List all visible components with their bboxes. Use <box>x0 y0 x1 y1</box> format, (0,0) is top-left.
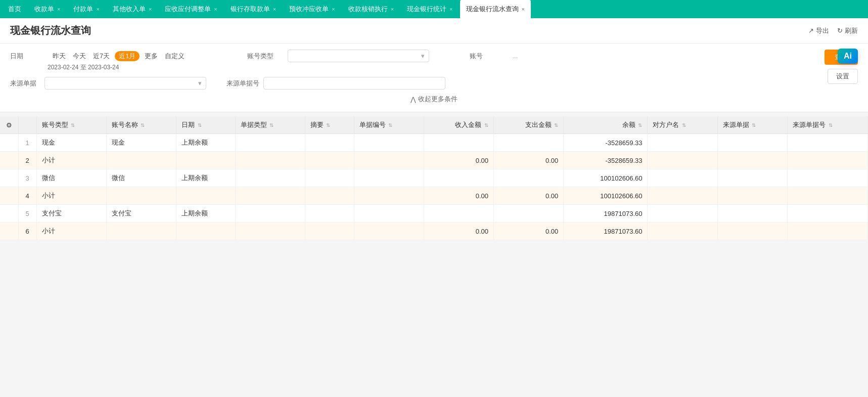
nav-home[interactable]: 首页 <box>2 0 27 18</box>
row-doc-type <box>235 134 305 152</box>
row-account-type: 小计 <box>36 187 106 205</box>
row-account-type: 小计 <box>36 152 106 169</box>
nav-cash-stats-close[interactable]: × <box>449 6 452 12</box>
row-balance: -3528659.33 <box>564 152 648 169</box>
row-source-doc-no <box>787 187 867 205</box>
nav-payment-close[interactable]: × <box>96 6 99 12</box>
nav-other-income[interactable]: 其他收入单 × <box>107 0 158 18</box>
source-doc-select[interactable]: ▾ <box>44 77 206 90</box>
nav-bank-deposit[interactable]: 银行存取款单 × <box>224 0 282 18</box>
nav-payment[interactable]: 付款单 × <box>67 0 105 18</box>
account-type-select[interactable]: ▾ <box>288 50 429 62</box>
doc-no-column-header[interactable]: 单据编号 ⇅ <box>354 116 424 134</box>
date-btn-1month[interactable]: 近1月 <box>115 51 140 61</box>
row-checkbox <box>0 169 18 187</box>
row-balance: 19871073.60 <box>564 205 648 223</box>
source-doc-column-header[interactable]: 来源单据 ⇅ <box>717 116 787 134</box>
row-source-doc-no <box>787 169 867 187</box>
counterparty-sort-icon: ⇅ <box>682 122 686 128</box>
row-balance: 19871073.60 <box>564 223 648 240</box>
nav-receipt-close[interactable]: × <box>57 6 60 12</box>
account-name-column-header[interactable]: 账号名称 ⇅ <box>106 116 176 134</box>
income-sort-icon: ⇅ <box>484 122 488 128</box>
nav-adjustment[interactable]: 应收应付调整单 × <box>159 0 223 18</box>
nav-cash-flow-query[interactable]: 现金银行流水查询 × <box>460 0 531 18</box>
nav-cash-stats[interactable]: 现金银行统计 × <box>401 0 459 18</box>
source-doc-no-input[interactable] <box>263 77 445 90</box>
row-date: 上期余额 <box>176 169 236 187</box>
summary-column-header[interactable]: 摘要 ⇅ <box>305 116 354 134</box>
nav-advance-offset[interactable]: 预收冲应收单 × <box>283 0 341 18</box>
date-btn-today[interactable]: 今天 <box>71 51 88 61</box>
row-num: 1 <box>18 134 36 152</box>
doc-no-sort-icon: ⇅ <box>388 122 392 128</box>
row-source-doc <box>717 134 787 152</box>
date-label: 日期 <box>10 52 40 61</box>
row-income <box>424 134 493 152</box>
row-doc-no <box>354 134 424 152</box>
row-counterparty <box>648 187 717 205</box>
nav-cash-flow-close[interactable]: × <box>522 6 525 12</box>
row-expense <box>494 169 564 187</box>
settings-button[interactable]: 设置 <box>828 69 858 84</box>
source-doc-sort-icon: ⇅ <box>752 122 756 128</box>
source-doc-arrow-icon: ▾ <box>198 79 202 87</box>
row-account-name: 支付宝 <box>106 205 176 223</box>
source-doc-no-column-header[interactable]: 来源单据号 ⇅ <box>787 116 867 134</box>
expense-column-header[interactable]: 支出金额 ⇅ <box>494 116 564 134</box>
row-account-name <box>106 187 176 205</box>
date-btn-more[interactable]: 更多 <box>143 51 160 61</box>
row-source-doc <box>717 152 787 169</box>
balance-column-header[interactable]: 余额 ⇅ <box>564 116 648 134</box>
row-expense: 0.00 <box>494 152 564 169</box>
row-balance: 100102606.60 <box>564 169 648 187</box>
source-filter-row: 来源单据 ▾ 来源单据号 <box>10 77 814 90</box>
expense-sort-icon: ⇅ <box>554 122 558 128</box>
counterparty-column-header[interactable]: 对方户名 ⇅ <box>648 116 717 134</box>
income-column-header[interactable]: 收入金额 ⇅ <box>424 116 493 134</box>
row-checkbox <box>0 187 18 205</box>
row-source-doc <box>717 169 787 187</box>
date-column-header[interactable]: 日期 ⇅ <box>176 116 236 134</box>
nav-collection-exec[interactable]: 收款核销执行 × <box>342 0 400 18</box>
nav-other-income-close[interactable]: × <box>149 6 152 12</box>
date-btn-custom[interactable]: 自定义 <box>163 51 187 61</box>
ai-badge[interactable]: Ai <box>838 49 858 64</box>
row-counterparty <box>648 169 717 187</box>
gear-column-header[interactable]: ⚙ <box>0 116 18 134</box>
row-doc-no <box>354 223 424 240</box>
row-income: 0.00 <box>424 152 493 169</box>
date-options-group: 昨天 今天 近7天 近1月 更多 自定义 <box>51 51 187 61</box>
date-btn-7days[interactable]: 近7天 <box>91 51 112 61</box>
row-account-type: 小计 <box>36 223 106 240</box>
collapse-bar[interactable]: ⋀ 收起更多条件 <box>10 93 858 106</box>
account-type-column-header[interactable]: 账号类型 ⇅ <box>36 116 106 134</box>
data-table: ⚙ 账号类型 ⇅ 账号名称 ⇅ 日期 ⇅ 单据类型 ⇅ <box>0 116 868 240</box>
nav-receipt[interactable]: 收款单 × <box>28 0 66 18</box>
export-button[interactable]: ↗ 导出 <box>808 26 829 35</box>
row-account-type: 微信 <box>36 169 106 187</box>
row-summary <box>305 152 354 169</box>
source-doc-no-label: 来源单据号 <box>226 79 259 88</box>
nav-collection-exec-close[interactable]: × <box>391 6 394 12</box>
account-dots[interactable]: ... <box>512 52 518 60</box>
page-header: 现金银行流水查询 ↗ 导出 ↻ 刷新 <box>0 18 868 43</box>
row-checkbox <box>0 205 18 223</box>
account-type-arrow-icon: ▾ <box>421 52 425 60</box>
row-date <box>176 152 236 169</box>
nav-bank-deposit-close[interactable]: × <box>273 6 276 12</box>
row-summary <box>305 223 354 240</box>
date-btn-yesterday[interactable]: 昨天 <box>51 51 68 61</box>
row-doc-no <box>354 187 424 205</box>
row-date <box>176 187 236 205</box>
row-doc-no <box>354 205 424 223</box>
table-row: 1现金现金上期余额-3528659.33 <box>0 134 868 152</box>
row-summary <box>305 134 354 152</box>
nav-advance-offset-close[interactable]: × <box>332 6 335 12</box>
doc-type-column-header[interactable]: 单据类型 ⇅ <box>235 116 305 134</box>
table-row: 4小计0.000.00100102606.60 <box>0 187 868 205</box>
refresh-label: 刷新 <box>845 26 858 35</box>
top-navigation: 首页 收款单 × 付款单 × 其他收入单 × 应收应付调整单 × 银行存取款单 … <box>0 0 868 18</box>
refresh-button[interactable]: ↻ 刷新 <box>837 26 858 35</box>
nav-adjustment-close[interactable]: × <box>214 6 217 12</box>
